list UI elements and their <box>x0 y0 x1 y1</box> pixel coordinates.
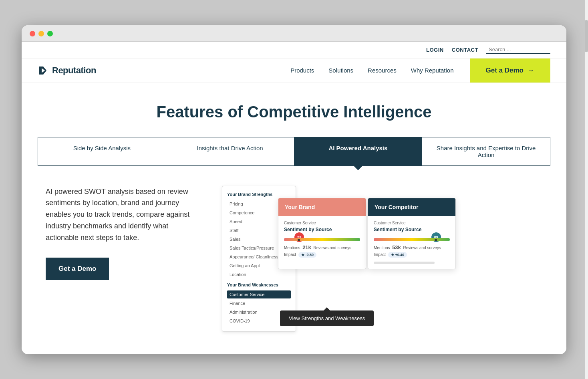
your-brand-label: Customer Service <box>284 221 360 225</box>
page-content: Features of Competitive Intelligence Sid… <box>22 83 566 354</box>
comparison-cards: Your Brand Customer Service Sentiment by… <box>278 198 456 269</box>
traffic-lights <box>30 31 558 36</box>
competitor-bottom-bar <box>374 262 435 264</box>
page-title: Features of Competitive Intelligence <box>38 103 550 121</box>
nav-resources[interactable]: Resources <box>368 59 397 82</box>
logo-area: Reputation <box>38 58 96 83</box>
your-brand-body: Customer Service Sentiment by Source 23 <box>278 216 366 262</box>
your-brand-sentiment-bar: 23 <box>284 238 360 241</box>
swot-item-location[interactable]: Location <box>227 270 291 278</box>
tab-ai-powered[interactable]: AI Powered Analysis <box>294 137 423 165</box>
your-brand-card: Your Brand Customer Service Sentiment by… <box>278 198 366 269</box>
competitor-impact: Impact ★ +0.40 <box>374 252 450 258</box>
dashboard-mockup: Your Brand Strengths Pricing Competence … <box>222 186 542 330</box>
tab-ai-label: AI Powered Analysis <box>328 145 387 151</box>
tab-share-label: Share Insights and Expertise to Drive Ac… <box>437 145 536 158</box>
traffic-light-yellow[interactable] <box>38 31 44 36</box>
competitor-header: Your Competitor <box>368 198 455 216</box>
competitor-impact-badge: ★ +0.40 <box>388 252 407 258</box>
competitor-card: Your Competitor Customer Service Sentime… <box>368 198 456 269</box>
tab-share-insights[interactable]: Share Insights and Expertise to Drive Ac… <box>422 137 550 165</box>
content-section: AI powered SWOT analysis based on review… <box>38 186 550 330</box>
content-cta-button[interactable]: Get a Demo <box>46 258 109 280</box>
your-brand-header: Your Brand <box>278 198 366 216</box>
swot-strengths-title: Your Brand Strengths <box>227 192 291 197</box>
competitor-label: Customer Service <box>374 221 450 225</box>
your-brand-metric-title: Sentiment by Source <box>284 227 360 232</box>
swot-item-finance[interactable]: Finance <box>227 299 291 307</box>
logo-text: Reputation <box>52 65 96 76</box>
utility-bar: LOGIN CONTACT <box>22 42 566 58</box>
main-nav: Reputation Products Solutions Resources … <box>22 58 566 83</box>
competitor-body: Customer Service Sentiment by Source 89 <box>368 216 455 269</box>
tab-insights-label: Insights that Drive Action <box>197 145 263 151</box>
browser-chrome <box>22 25 566 42</box>
nav-cta-demo[interactable]: Get a Demo → <box>470 58 550 83</box>
your-brand-impact: Impact ★ -0.80 <box>284 252 360 258</box>
competitor-mentions: Mentions 53k Reviews and surveys <box>374 244 450 250</box>
nav-cta-arrow: → <box>528 67 534 75</box>
tabs-container: Side by Side Analysis Insights that Driv… <box>38 137 550 166</box>
traffic-light-red[interactable] <box>30 31 35 36</box>
competitor-bar <box>374 238 450 241</box>
content-text: AI powered SWOT analysis based on review… <box>46 186 198 280</box>
contact-link[interactable]: CONTACT <box>452 47 478 53</box>
your-brand-impact-badge: ★ -0.80 <box>298 252 317 258</box>
your-brand-mentions: Mentions 21k Reviews and surveys <box>284 244 360 250</box>
browser-window: LOGIN CONTACT Reputation Products Soluti… <box>22 25 566 354</box>
nav-cta-label: Get a Demo <box>486 67 524 75</box>
view-strengths-tooltip[interactable]: View Strengths and Weaknesess <box>280 310 374 326</box>
your-brand-bar <box>284 238 360 241</box>
logo-icon <box>38 65 49 76</box>
swot-item-customer-service[interactable]: Customer Service <box>227 290 291 298</box>
traffic-light-green[interactable] <box>47 31 53 36</box>
nav-products[interactable]: Products <box>290 59 314 82</box>
nav-why-reputation[interactable]: Why Reputation <box>411 59 454 82</box>
competitor-sentiment-bar: 89 <box>374 238 450 241</box>
browser-content: LOGIN CONTACT Reputation Products Soluti… <box>22 42 566 354</box>
login-link[interactable]: LOGIN <box>426 47 444 53</box>
search-input[interactable] <box>486 46 550 54</box>
tab-insights[interactable]: Insights that Drive Action <box>166 137 294 165</box>
nav-links: Products Solutions Resources Why Reputat… <box>290 59 453 82</box>
swot-weaknesses-title: Your Brand Weaknesses <box>227 282 291 287</box>
nav-solutions[interactable]: Solutions <box>328 59 353 82</box>
tab-side-by-side-label: Side by Side Analysis <box>73 145 131 151</box>
tab-side-by-side[interactable]: Side by Side Analysis <box>38 137 166 165</box>
content-description: AI powered SWOT analysis based on review… <box>46 186 198 244</box>
competitor-metric-title: Sentiment by Source <box>374 227 450 232</box>
